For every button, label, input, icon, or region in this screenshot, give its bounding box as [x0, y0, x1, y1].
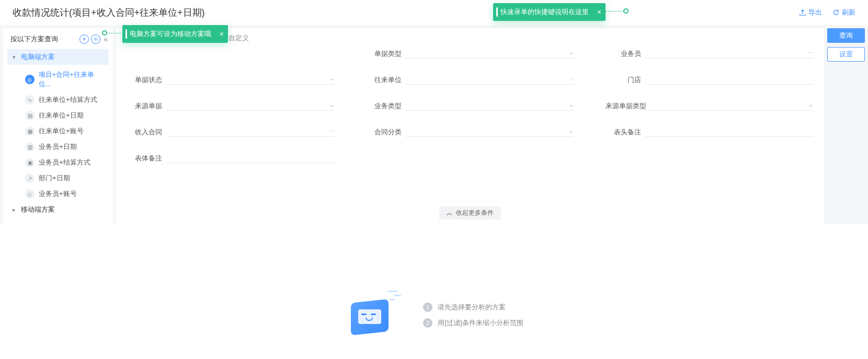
- field-contract-category: 合同分类 ⌄: [366, 124, 574, 137]
- page-title: 收款情况统计(项目+收入合同+往来单位+日期): [13, 6, 205, 19]
- chevron-down-icon: ⌄: [329, 74, 335, 82]
- field-source-doc: 来源单据 ⌄: [127, 98, 335, 111]
- action-column: 查询 设置: [827, 28, 865, 224]
- field-source-doc-type: 来源单据类型 ⌄: [606, 98, 814, 111]
- tree-item[interactable]: ▥ 业务员+日期: [7, 139, 109, 155]
- field-body-remark: 表体备注: [127, 150, 335, 163]
- body-remark-input[interactable]: [166, 150, 335, 163]
- tree-item[interactable]: ▣ 业务员+结算方式: [7, 155, 109, 170]
- chevron-down-icon: ⌄: [568, 100, 574, 108]
- export-button[interactable]: 导出: [799, 8, 822, 17]
- header-remark-input[interactable]: [645, 124, 814, 137]
- close-icon[interactable]: ×: [597, 8, 601, 16]
- ellipsis-icon: ···: [808, 48, 814, 56]
- empty-state: 1 请先选择要分析的方案 2 用[过滤]条件来缩小分析范围: [0, 224, 868, 359]
- header-actions: 导出 刷新: [799, 8, 855, 17]
- field-store: 门店: [606, 72, 814, 85]
- settings-scheme-button[interactable]: [91, 34, 100, 44]
- tree-item[interactable]: ◇ 业务员+账号: [7, 186, 109, 202]
- empty-illustration-icon: [345, 286, 402, 344]
- sidebar: 按以下方案查询 + « ▾ 电脑端方案 ◎ 项目+合同+往来单位...: [3, 28, 113, 224]
- refresh-button[interactable]: 刷新: [832, 8, 855, 17]
- field-income-contract: 收入合同 ···: [127, 124, 335, 137]
- income-contract-picker[interactable]: ···: [166, 124, 335, 137]
- doc-type-select[interactable]: ⌄: [406, 46, 574, 59]
- field-business-type: 业务类型 ⌄: [366, 98, 574, 111]
- date-custom-button[interactable]: 自定义: [229, 33, 249, 43]
- tree-item[interactable]: ◎ 项目+合同+往来单位...: [7, 67, 109, 92]
- source-doc-type-select[interactable]: ⌄: [645, 98, 814, 111]
- field-salesperson: 业务员 ···: [606, 46, 814, 59]
- salesperson-picker[interactable]: ···: [645, 46, 814, 59]
- target-icon: ◎: [25, 75, 35, 84]
- tree-item[interactable]: ∿ 往来单位+结算方式: [7, 92, 109, 108]
- ellipsis-icon: ···: [568, 74, 574, 82]
- store-input[interactable]: [645, 72, 814, 85]
- add-scheme-button[interactable]: +: [79, 34, 89, 44]
- query-button[interactable]: 查询: [827, 28, 865, 43]
- empty-steps: 1 请先选择要分析的方案 2 用[过滤]条件来缩小分析范围: [423, 299, 523, 331]
- tree-group-mobile[interactable]: ▸ 移动端方案: [7, 202, 109, 217]
- cube-icon: ◇: [25, 189, 35, 199]
- filter-date-bar: 2023-03-01 至 2023-03-31 更多 自定义: [124, 33, 816, 43]
- tip-connector: [606, 11, 624, 11]
- scheme-tree: ▾ 电脑端方案 ◎ 项目+合同+往来单位... ∿ 往来单位+结算方式 ▤ 往来…: [3, 49, 113, 224]
- bar-chart-icon: ▥: [25, 142, 35, 152]
- empty-step-2: 2 用[过滤]条件来缩小分析范围: [423, 315, 523, 331]
- tree-group-desktop[interactable]: ▾ 电脑端方案: [7, 49, 109, 65]
- trend-icon: ↗: [25, 173, 35, 183]
- field-partner: 往来单位 ···: [366, 72, 574, 85]
- step-number-icon: 2: [423, 318, 432, 328]
- contract-category-select[interactable]: ⌄: [406, 124, 574, 137]
- gear-icon: [93, 37, 98, 42]
- chevron-down-icon: ⌄: [568, 48, 574, 56]
- account-icon: ▦: [25, 126, 35, 136]
- svg-point-0: [95, 39, 97, 40]
- shortcut-tip-bubble: 快速录单的快捷键说明在这里 ×: [493, 3, 606, 21]
- partner-picker[interactable]: ···: [406, 72, 574, 85]
- field-header-remark: 表头备注: [606, 124, 814, 137]
- page-header: 收款情况统计(项目+收入合同+往来单位+日期) 导出 刷新: [0, 0, 868, 25]
- tree-item[interactable]: ▤ 往来单位+日期: [7, 108, 109, 123]
- caret-right-icon: ▸: [13, 206, 18, 213]
- chevron-down-icon: ⌄: [808, 100, 814, 108]
- business-type-select[interactable]: ⌄: [406, 98, 574, 111]
- empty-step-1: 1 请先选择要分析的方案: [423, 299, 523, 315]
- filter-panel: 2023-03-01 至 2023-03-31 更多 自定义 单据类型 ⌄ 业务…: [116, 28, 824, 224]
- sidebar-title: 按以下方案查询: [10, 34, 58, 44]
- grid-icon: ▣: [25, 158, 35, 167]
- double-chevron-up-icon: ︽: [447, 209, 453, 217]
- refresh-icon: [832, 9, 840, 16]
- caret-down-icon: ▾: [13, 54, 18, 61]
- chevron-down-icon: ⌄: [329, 100, 335, 108]
- settings-button[interactable]: 设置: [827, 47, 865, 62]
- field-doc-type: 单据类型 ⌄: [366, 46, 574, 59]
- tree-item[interactable]: ↗ 部门+日期: [7, 170, 109, 186]
- collapse-sidebar-button[interactable]: «: [102, 35, 109, 43]
- step-number-icon: 1: [423, 303, 432, 312]
- tip-anchor-dot: [623, 8, 629, 14]
- source-doc-select[interactable]: ⌄: [166, 98, 335, 111]
- tip-anchor-dot: [102, 30, 107, 36]
- field-doc-status: 单据状态 ⌄: [127, 72, 335, 85]
- collapse-filters-button[interactable]: ︽ 收起更多条件: [439, 206, 501, 219]
- ellipsis-icon: ···: [329, 126, 335, 134]
- doc-status-select[interactable]: ⌄: [166, 72, 335, 85]
- tip-connector: [106, 33, 123, 33]
- sidebar-tip-bubble: 电脑方案可设为移动方案哦 ×: [122, 25, 228, 43]
- chevron-down-icon: ⌄: [568, 126, 574, 134]
- tree-item[interactable]: ▦ 往来单位+账号: [7, 123, 109, 139]
- stats-icon: ∿: [25, 95, 35, 105]
- export-icon: [799, 9, 806, 16]
- close-icon[interactable]: ×: [220, 30, 224, 38]
- calendar-icon: ▤: [25, 111, 35, 120]
